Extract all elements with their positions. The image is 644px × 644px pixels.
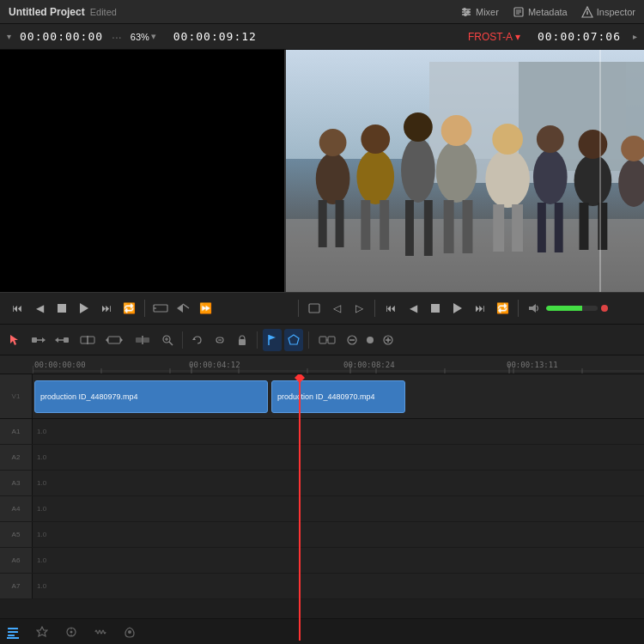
zoom-control[interactable]: 63% ▾ <box>131 31 156 42</box>
prog-loop-btn[interactable]: 🔁 <box>492 298 513 319</box>
svg-point-20 <box>436 141 477 203</box>
stop-icon <box>58 304 66 313</box>
prog-skip-start-btn[interactable]: ⏮ <box>380 298 401 319</box>
prog-step-back-btn[interactable]: ◀ <box>403 298 423 319</box>
trim-b-btn[interactable] <box>52 329 74 351</box>
right-arrow-btn[interactable]: ▷ <box>349 298 369 319</box>
loop-btn[interactable]: 🔁 <box>118 298 139 319</box>
fullscreen-btn[interactable] <box>304 298 325 319</box>
metadata-icon <box>513 6 525 18</box>
ctrl-divider-3 <box>518 300 519 317</box>
skip-to-end-btn[interactable]: ⏭ <box>96 298 117 319</box>
inspector-label: Inspector <box>597 7 635 17</box>
slip-icon <box>105 334 124 346</box>
audio-track-3: A3 1.0 <box>0 471 644 496</box>
monitor-playhead <box>599 50 601 292</box>
volume-bar[interactable] <box>546 306 598 311</box>
skip-to-start-btn[interactable]: ⏮ <box>7 298 27 319</box>
svg-point-102 <box>128 630 131 634</box>
svg-point-21 <box>441 115 472 146</box>
title-left: Untitled Project Edited <box>9 6 117 18</box>
flag-btn[interactable] <box>263 329 282 351</box>
svg-marker-71 <box>269 335 276 340</box>
prev-clip-btn[interactable] <box>173 298 193 319</box>
trim-b-icon <box>55 334 70 346</box>
minus-btn[interactable] <box>343 329 361 351</box>
mixer-icon <box>460 6 472 18</box>
tab-color[interactable] <box>124 626 136 638</box>
svg-marker-51 <box>42 337 46 343</box>
clip-2[interactable]: production ID_4480970.mp4 <box>271 380 405 413</box>
tab-audio[interactable] <box>94 626 106 638</box>
svg-line-45 <box>183 304 189 308</box>
lock-btn[interactable] <box>233 329 252 351</box>
inspector-menu-item[interactable]: Inspector <box>581 6 635 18</box>
prog-play-btn[interactable] <box>447 298 468 319</box>
audio-track-4: A4 1.0 <box>0 496 644 522</box>
ripple-btn[interactable] <box>314 329 340 351</box>
svg-rect-27 <box>424 200 433 256</box>
program-timecode: 00:00:09:12 <box>173 30 257 43</box>
svg-rect-49 <box>32 337 37 343</box>
trim-a-btn[interactable] <box>27 329 49 351</box>
tab-timeline[interactable] <box>7 625 19 639</box>
program-chevron[interactable]: ▸ <box>633 32 637 41</box>
marker-btn[interactable] <box>284 329 303 351</box>
plus-btn[interactable] <box>379 329 398 351</box>
source-chevron[interactable]: ▾ <box>7 32 11 41</box>
svg-rect-73 <box>319 337 326 343</box>
play-btn[interactable] <box>74 298 94 319</box>
audio-track-3-val: 1.0 <box>33 479 46 487</box>
inspector-icon <box>581 6 593 18</box>
slip-btn[interactable] <box>101 329 127 351</box>
in-out-btn[interactable] <box>150 298 171 319</box>
audio-track-7: A7 1.0 <box>0 574 644 599</box>
prog-stop-btn[interactable] <box>425 298 446 319</box>
timeline-ruler: 00:00:00:00 00:00:04:12 00:00:08:24 00:0… <box>0 355 644 374</box>
fullscreen-icon <box>307 302 321 314</box>
select-tool-btn[interactable] <box>5 329 24 351</box>
audio-track-2: A2 1.0 <box>0 445 644 471</box>
audio-track-2-val: 1.0 <box>33 453 46 461</box>
volume-btn[interactable] <box>524 298 544 319</box>
mixer-menu-item[interactable]: Mixer <box>460 6 499 18</box>
stop-btn[interactable] <box>52 298 72 319</box>
audio-track-3-label: A3 <box>0 471 33 495</box>
svg-rect-35 <box>555 203 563 252</box>
link-btn[interactable] <box>210 329 230 351</box>
video-track-name: V1 <box>12 392 21 400</box>
ruler-time-0: 00:00:00:00 <box>34 361 86 369</box>
volume-knob[interactable] <box>601 305 608 312</box>
left-arrow-btn[interactable]: ◁ <box>326 298 347 319</box>
video-track: V1 production ID_4480979.mp4 production … <box>0 374 644 419</box>
svg-rect-95 <box>8 631 18 633</box>
video-track-content: production ID_4480979.mp4 production ID_… <box>33 374 644 418</box>
metadata-label: Metadata <box>528 7 568 17</box>
prog-skip-end-btn[interactable]: ⏭ <box>470 298 490 319</box>
svg-point-17 <box>361 125 390 154</box>
blade-btn[interactable] <box>76 329 99 351</box>
svg-rect-34 <box>538 203 546 252</box>
timecode-dots: ··· <box>112 30 122 44</box>
step-back-btn[interactable]: ◀ <box>29 298 50 319</box>
tab-effects[interactable] <box>36 626 48 638</box>
slide-btn[interactable] <box>130 329 155 351</box>
timeline-tab-icon <box>7 625 19 637</box>
volume-fill <box>546 306 582 311</box>
tab-transform[interactable] <box>65 626 77 638</box>
ctrl-divider-main <box>298 300 299 317</box>
transport-bar: ▾ 00:00:00:00 ··· 63% ▾ 00:00:09:12 FROS… <box>0 24 644 50</box>
svg-point-36 <box>574 155 612 206</box>
audio-track-4-label: A4 <box>0 496 33 521</box>
clip-1[interactable]: production ID_4480979.mp4 <box>34 380 268 413</box>
tool-sep-3 <box>308 331 309 349</box>
ruler-time-2: 00:00:08:24 <box>343 361 395 369</box>
svg-rect-30 <box>493 204 504 252</box>
zoom-btn[interactable] <box>158 329 177 351</box>
svg-marker-48 <box>10 335 18 345</box>
metadata-menu-item[interactable]: Metadata <box>513 6 568 18</box>
clip-label[interactable]: FROST-A ▾ <box>468 31 520 43</box>
undo-btn[interactable] <box>188 329 207 351</box>
next-clip-btn[interactable]: ⏩ <box>195 298 216 319</box>
volume-icon <box>527 302 541 314</box>
